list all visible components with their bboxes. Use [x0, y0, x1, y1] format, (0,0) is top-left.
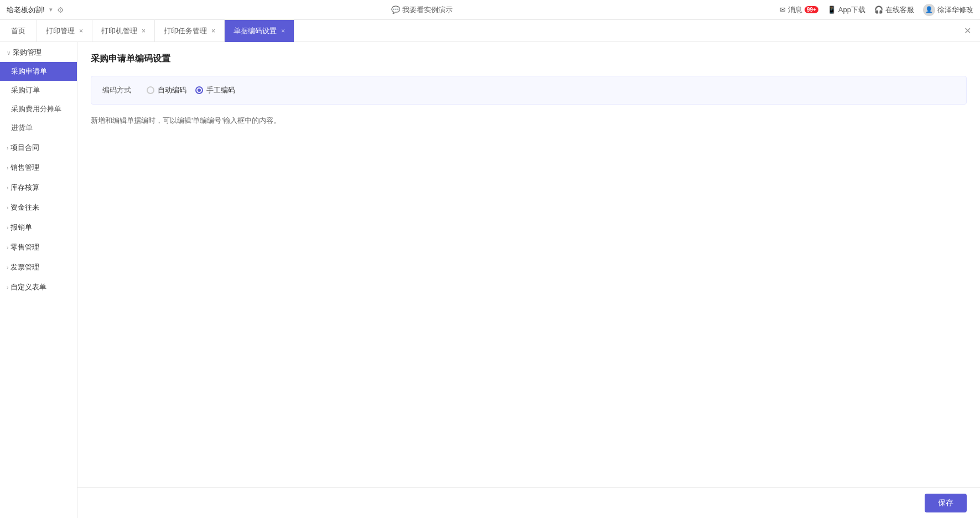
sidebar-group-project-label: 项目合同 — [11, 143, 39, 153]
message-badge: 99+ — [805, 6, 818, 13]
save-button[interactable]: 保存 — [925, 494, 967, 512]
chevron-down-icon: ∨ — [7, 50, 11, 56]
headset-icon: 🎧 — [874, 6, 883, 14]
demo-link[interactable]: 💬 我要看实例演示 — [391, 5, 453, 15]
close-icon[interactable]: × — [211, 28, 215, 34]
sidebar-item-purchase-request-label: 采购申请单 — [11, 67, 47, 75]
auto-code-label: 自动编码 — [158, 85, 186, 95]
chevron-down-icon[interactable]: ▾ — [49, 6, 53, 13]
radio-manual-code[interactable]: 手工编码 — [195, 85, 235, 95]
manual-code-label: 手工编码 — [206, 85, 235, 95]
chevron-right-icon: › — [7, 205, 8, 211]
tab-print-manage[interactable]: 打印管理 × — [37, 20, 92, 42]
sidebar-group-purchase-label: 采购管理 — [13, 48, 42, 58]
layout: ∨ 采购管理 采购申请单 采购订单 采购费用分摊单 进货单 › 项目合同 — [0, 42, 980, 518]
sidebar-group-sales-title[interactable]: › 销售管理 — [0, 157, 77, 177]
radio-auto-code[interactable]: 自动编码 — [147, 85, 186, 95]
sidebar: ∨ 采购管理 采购申请单 采购订单 采购费用分摊单 进货单 › 项目合同 — [0, 42, 77, 518]
coding-row: 编码方式 自动编码 手工编码 — [102, 85, 955, 95]
avatar: 👤 — [923, 4, 935, 16]
tab-print-task-label: 打印任务管理 — [164, 26, 207, 36]
top-bar-left: 给老板勿割! ▾ ⚙ — [7, 5, 64, 15]
tab-print-manage-label: 打印管理 — [46, 26, 75, 36]
radio-auto-circle — [147, 86, 154, 94]
tab-home-label: 首页 — [11, 26, 25, 36]
main-content: 采购申请单编码设置 编码方式 自动编码 手工编码 — [77, 42, 980, 518]
close-icon[interactable]: × — [79, 28, 83, 34]
tab-printer-manage-label: 打印机管理 — [101, 26, 137, 36]
app-download-button[interactable]: 📱 App下载 — [827, 5, 865, 15]
tab-barcode-setting-label: 单据编码设置 — [234, 26, 277, 36]
coding-section: 编码方式 自动编码 手工编码 — [91, 76, 967, 105]
close-icon[interactable]: × — [281, 28, 285, 34]
sidebar-group-invoice-label: 发票管理 — [11, 262, 39, 272]
top-bar: 给老板勿割! ▾ ⚙ 💬 我要看实例演示 ✉ 消息 99+ 📱 App下载 🎧 … — [0, 0, 980, 20]
sidebar-group-retail-label: 零售管理 — [11, 242, 39, 252]
message-label: 消息 — [788, 5, 802, 15]
coding-method-label: 编码方式 — [102, 85, 131, 95]
sidebar-group-custom-form-label: 自定义表单 — [11, 282, 46, 292]
tab-bar-close-button[interactable]: ✕ — [955, 25, 980, 36]
sidebar-item-stock-in[interactable]: 进货单 — [0, 118, 77, 137]
tab-printer-manage[interactable]: 打印机管理 × — [92, 20, 155, 42]
radio-manual-circle — [195, 86, 203, 94]
sidebar-group-invoice: › 发票管理 — [0, 257, 77, 277]
sidebar-item-purchase-expense[interactable]: 采购费用分摊单 — [0, 100, 77, 118]
top-bar-right: ✉ 消息 99+ 📱 App下载 🎧 在线客服 👤 徐泽华修改 — [780, 4, 973, 16]
sidebar-item-purchase-order[interactable]: 采购订单 — [0, 81, 77, 100]
chevron-right-icon: › — [7, 245, 8, 251]
sidebar-group-custom-form-title[interactable]: › 自定义表单 — [0, 277, 77, 297]
sidebar-group-project-title[interactable]: › 项目合同 — [0, 137, 77, 157]
sidebar-group-capital-title[interactable]: › 资金往来 — [0, 197, 77, 217]
chevron-right-icon: › — [7, 185, 8, 191]
sidebar-item-purchase-order-label: 采购订单 — [11, 86, 40, 94]
hint-text: 新增和编辑单据编时，可以编辑'单编编号'输入框中的内容。 — [91, 116, 967, 126]
sidebar-group-retail-title[interactable]: › 零售管理 — [0, 237, 77, 257]
sidebar-group-purchase-title[interactable]: ∨ 采购管理 — [0, 42, 77, 62]
user-menu[interactable]: 👤 徐泽华修改 — [923, 4, 973, 16]
sidebar-group-inventory-label: 库存核算 — [11, 183, 39, 193]
sidebar-item-purchase-request[interactable]: 采购申请单 — [0, 62, 77, 81]
mobile-icon: 📱 — [827, 6, 836, 14]
chevron-right-icon: › — [7, 284, 8, 291]
sidebar-group-sales-label: 销售管理 — [11, 163, 39, 173]
sidebar-group-capital: › 资金往来 — [0, 197, 77, 217]
chevron-right-icon: › — [7, 165, 8, 171]
chat-icon: 💬 — [391, 6, 400, 14]
sidebar-item-purchase-expense-label: 采购费用分摊单 — [11, 105, 61, 113]
sidebar-item-stock-in-label: 进货单 — [11, 123, 33, 132]
sidebar-group-returns: › 报销单 — [0, 217, 77, 237]
sidebar-group-invoice-title[interactable]: › 发票管理 — [0, 257, 77, 277]
top-bar-title: 给老板勿割! — [7, 5, 45, 15]
tab-bar: 首页 打印管理 × 打印机管理 × 打印任务管理 × 单据编码设置 × ✕ — [0, 20, 980, 42]
radio-group: 自动编码 手工编码 — [147, 85, 235, 95]
chevron-right-icon: › — [7, 265, 8, 271]
sidebar-group-inventory-title[interactable]: › 库存核算 — [0, 177, 77, 197]
sidebar-group-sales: › 销售管理 — [0, 157, 77, 177]
online-service-button[interactable]: 🎧 在线客服 — [874, 5, 914, 15]
demo-text: 我要看实例演示 — [402, 5, 453, 15]
user-name: 徐泽华修改 — [937, 5, 973, 15]
sidebar-group-purchase: ∨ 采购管理 采购申请单 采购订单 采购费用分摊单 进货单 — [0, 42, 77, 137]
tab-home[interactable]: 首页 — [0, 20, 37, 42]
sidebar-group-retail: › 零售管理 — [0, 237, 77, 257]
app-download-label: App下载 — [838, 5, 865, 15]
content-area: 采购申请单编码设置 编码方式 自动编码 手工编码 — [77, 42, 980, 487]
sidebar-group-returns-title[interactable]: › 报销单 — [0, 217, 77, 237]
sidebar-group-returns-label: 报销单 — [11, 222, 32, 232]
sidebar-group-capital-label: 资金往来 — [11, 203, 39, 213]
tab-barcode-setting[interactable]: 单据编码设置 × — [225, 20, 294, 42]
close-icon[interactable]: × — [142, 28, 146, 34]
gear-icon[interactable]: ⚙ — [57, 6, 64, 14]
online-service-label: 在线客服 — [885, 5, 914, 15]
sidebar-group-custom-form: › 自定义表单 — [0, 277, 77, 297]
message-button[interactable]: ✉ 消息 99+ — [780, 5, 818, 15]
sidebar-group-project: › 项目合同 — [0, 137, 77, 157]
chevron-right-icon: › — [7, 145, 8, 151]
bottom-bar: 保存 — [77, 487, 980, 518]
tab-print-task[interactable]: 打印任务管理 × — [155, 20, 225, 42]
message-icon: ✉ — [780, 6, 786, 14]
chevron-right-icon: › — [7, 225, 8, 231]
sidebar-group-inventory: › 库存核算 — [0, 177, 77, 197]
page-title: 采购申请单编码设置 — [91, 53, 967, 65]
